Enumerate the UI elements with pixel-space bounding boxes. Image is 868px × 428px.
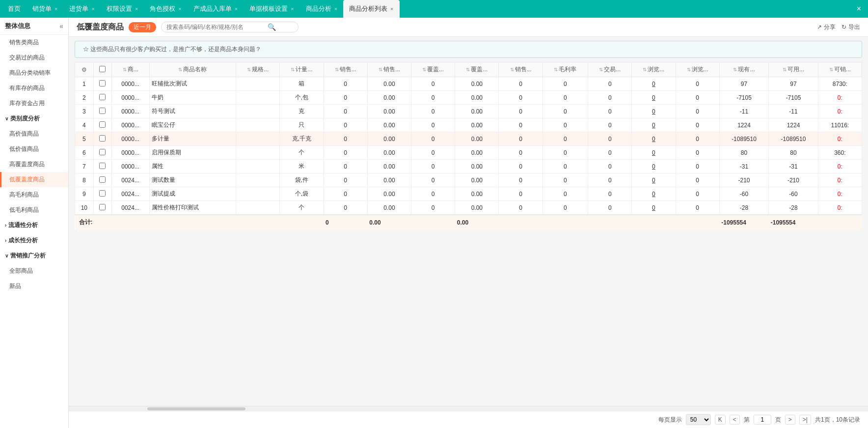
row-name[interactable]: 启用保质期 [149, 146, 236, 160]
col-gross[interactable]: ⇅毛利率 [542, 62, 588, 77]
col-checkbox[interactable] [93, 62, 111, 77]
col-transaction[interactable]: ⇅交易... [588, 62, 632, 77]
nav-tab-product-inbound[interactable]: 产成品入库单 × [188, 0, 244, 18]
nav-tab-purchase[interactable]: 进货单 × [63, 0, 100, 18]
col-code[interactable]: ⇅商... [111, 62, 149, 77]
col-browse1[interactable]: ⇅浏览... [632, 62, 676, 77]
page-number-input[interactable] [754, 415, 771, 425]
col-sales-amt[interactable]: ⇅销售... [367, 62, 411, 77]
col-current-stock[interactable]: ⇅现有... [719, 62, 768, 77]
row-name[interactable]: 属性价格打印测试 [149, 201, 236, 215]
nav-tab-template[interactable]: 单据模板设置 × [244, 0, 299, 18]
nav-tab-product-analysis[interactable]: 商品分析 × [300, 0, 343, 18]
row-browse1[interactable]: 0 [632, 201, 676, 215]
nav-tab-permission[interactable]: 权限设置 × [101, 0, 144, 18]
close-icon[interactable]: × [91, 6, 94, 12]
sidebar-item-in-stock-goods[interactable]: 有库存的商品 [0, 81, 68, 96]
sidebar-item-category-turnover[interactable]: 商品分类动销率 [0, 65, 68, 81]
horizontal-scrollbar[interactable] [69, 406, 868, 411]
row-name[interactable]: 眠宝公仔 [149, 118, 236, 132]
row-checkbox[interactable] [93, 132, 111, 146]
close-icon[interactable]: × [135, 6, 138, 12]
row-checkbox[interactable] [93, 118, 111, 132]
share-button[interactable]: ↗ 分享 [817, 23, 836, 31]
sidebar-item-low-coverage[interactable]: 低覆盖度商品 [0, 172, 68, 187]
col-sales-qty[interactable]: ⇅销售... [324, 62, 367, 77]
row-checkbox[interactable] [93, 173, 111, 187]
row-browse1[interactable]: 0 [632, 91, 676, 105]
col-saleable[interactable]: ⇅可销... [818, 62, 862, 77]
search-input[interactable] [166, 24, 265, 30]
row-checkbox[interactable] [93, 105, 111, 118]
col-sales3[interactable]: ⇅销售... [499, 62, 542, 77]
close-icon[interactable]: × [54, 6, 57, 12]
search-icon[interactable]: 🔍 [268, 23, 276, 31]
close-all-button[interactable]: × [852, 4, 866, 13]
row-checkbox[interactable] [93, 91, 111, 105]
nav-tab-product-analysis-list[interactable]: 商品分析列表 × [343, 0, 399, 18]
sidebar-item-low-value[interactable]: 低价值商品 [0, 142, 68, 157]
col-cover1[interactable]: ⇅覆盖... [411, 62, 455, 77]
sidebar-item-sales-goods[interactable]: 销售类商品 [0, 35, 68, 50]
last-page-button[interactable]: >| [799, 415, 811, 425]
export-button[interactable]: ↻ 导出 [841, 23, 860, 31]
nav-tab-role[interactable]: 角色授权 × [144, 0, 187, 18]
sidebar-item-high-coverage[interactable]: 高覆盖度商品 [0, 157, 68, 172]
nav-tab-home[interactable]: 首页 [2, 0, 27, 18]
close-icon[interactable]: × [334, 6, 337, 12]
sidebar-group-marketing-analysis[interactable]: ∨ 营销推广分析 [0, 248, 68, 263]
nav-tab-sales[interactable]: 销货单 × [27, 0, 63, 18]
row-name[interactable]: 多计量 [149, 132, 236, 146]
col-settings[interactable]: ⚙ [75, 62, 94, 77]
col-name[interactable]: ⇅商品名称 [149, 62, 236, 77]
col-unit[interactable]: ⇅计量... [280, 62, 324, 77]
row-browse1[interactable]: 0 [632, 187, 676, 201]
sidebar-collapse-button[interactable]: « [59, 22, 63, 30]
close-icon[interactable]: × [291, 6, 294, 12]
sidebar-item-low-gross[interactable]: 低毛利商品 [0, 202, 68, 218]
row-browse1[interactable]: 0 [632, 160, 676, 173]
row-name[interactable]: 属性 [149, 160, 236, 173]
row-checkbox[interactable] [93, 146, 111, 160]
sidebar-item-all-goods[interactable]: 全部商品 [0, 263, 68, 279]
row-browse1[interactable]: 0 [632, 105, 676, 118]
row-browse1[interactable]: 0 [632, 77, 676, 91]
page-size-select[interactable]: 50 100 200 [686, 414, 711, 425]
row-name[interactable]: 牛奶 [149, 91, 236, 105]
col-browse2[interactable]: ⇅浏览... [676, 62, 719, 77]
sidebar-item-new-goods[interactable]: 新品 [0, 279, 68, 294]
sidebar-item-traded-goods[interactable]: 交易过的商品 [0, 50, 68, 65]
row-checkbox[interactable] [93, 201, 111, 215]
sidebar-item-high-gross[interactable]: 高毛利商品 [0, 187, 68, 202]
next-page-button[interactable]: > [785, 415, 795, 425]
row-name[interactable]: 测试提成 [149, 187, 236, 201]
row-browse1[interactable]: 0 [632, 118, 676, 132]
row-cover1: 0 [411, 132, 455, 146]
sidebar-item-stock-capital[interactable]: 库存资金占用 [0, 96, 68, 111]
sidebar-group-category-analysis[interactable]: ∨ 类别度分析 [0, 111, 68, 126]
select-all-checkbox[interactable] [99, 66, 106, 72]
close-icon[interactable]: × [178, 6, 181, 12]
prev-page-button[interactable]: < [730, 415, 740, 425]
settings-icon[interactable]: ⚙ [81, 66, 87, 73]
close-icon[interactable]: × [235, 6, 238, 12]
row-name[interactable]: 旺辅批次测试 [149, 77, 236, 91]
col-cover2[interactable]: ⇅覆盖... [455, 62, 499, 77]
row-name[interactable]: 符号测试 [149, 105, 236, 118]
scrollbar-thumb[interactable] [147, 407, 245, 410]
row-checkbox[interactable] [93, 160, 111, 173]
row-browse1[interactable]: 0 [632, 173, 676, 187]
sidebar-item-high-value[interactable]: 高价值商品 [0, 126, 68, 142]
col-available[interactable]: ⇅可用... [769, 62, 818, 77]
row-browse1[interactable]: 0 [632, 146, 676, 160]
col-spec[interactable]: ⇅规格... [236, 62, 280, 77]
row-browse1[interactable]: 0 [632, 132, 676, 146]
sidebar-group-flow-analysis[interactable]: › 流通性分析 [0, 218, 68, 233]
row-name[interactable]: 测试数量 [149, 173, 236, 187]
row-checkbox[interactable] [93, 187, 111, 201]
first-page-button[interactable]: K [715, 415, 726, 425]
sidebar-group-growth-analysis[interactable]: › 成长性分析 [0, 233, 68, 248]
row-checkbox[interactable] [93, 77, 111, 91]
time-filter-button[interactable]: 近一月 [129, 22, 156, 32]
close-icon[interactable]: × [390, 6, 393, 12]
